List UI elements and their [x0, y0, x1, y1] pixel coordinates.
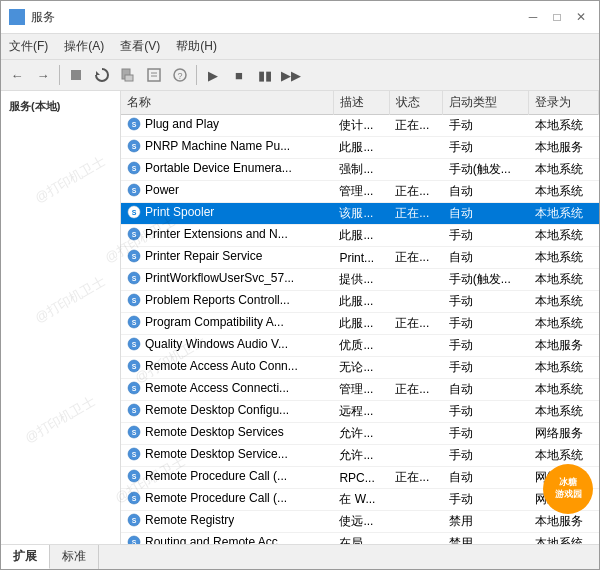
table-row[interactable]: S Remote Access Auto Conn... 无论...手动本地系统: [121, 357, 599, 379]
table-row[interactable]: S Power 管理...正在...自动本地系统: [121, 181, 599, 203]
cell-desc: 该服...: [333, 203, 389, 225]
properties-button[interactable]: [142, 63, 166, 87]
cell-status: 正在...: [389, 181, 442, 203]
table-row[interactable]: S Plug and Play 使计...正在...手动本地系统: [121, 115, 599, 137]
col-name[interactable]: 名称: [121, 91, 333, 115]
cell-name: S PrintWorkflowUserSvc_57...: [121, 269, 333, 291]
menu-view[interactable]: 查看(V): [112, 36, 168, 57]
play-button[interactable]: ▶: [201, 63, 225, 87]
col-desc[interactable]: 描述: [333, 91, 389, 115]
service-icon: S: [127, 535, 141, 544]
export-button[interactable]: [116, 63, 140, 87]
col-status[interactable]: 状态: [389, 91, 442, 115]
table-row[interactable]: S Routing and Remote Acc... 在局...禁用本地系统: [121, 533, 599, 545]
title-bar: 服务 ─ □ ✕: [1, 1, 599, 34]
service-icon: S: [127, 205, 141, 219]
back-button[interactable]: ←: [5, 63, 29, 87]
cell-startup: 手动: [443, 423, 529, 445]
table-row[interactable]: S Printer Repair Service Print...正在...自动…: [121, 247, 599, 269]
refresh-button[interactable]: [90, 63, 114, 87]
sidebar-title: 服务(本地): [9, 99, 112, 114]
col-startup[interactable]: 启动类型: [443, 91, 529, 115]
table-header-row: 名称 描述 状态 启动类型 登录为: [121, 91, 599, 115]
service-icon: S: [127, 381, 141, 395]
cell-status: 正在...: [389, 467, 442, 489]
svg-rect-1: [18, 11, 23, 16]
menu-file[interactable]: 文件(F): [1, 36, 56, 57]
cell-name: S Remote Procedure Call (...: [121, 467, 333, 489]
table-row[interactable]: S Remote Procedure Call (... RPC...正在...…: [121, 467, 599, 489]
menu-help[interactable]: 帮助(H): [168, 36, 225, 57]
forward-button[interactable]: →: [31, 63, 55, 87]
cell-status: [389, 159, 442, 181]
table-container[interactable]: 名称 描述 状态 启动类型 登录为 S Plug and: [121, 91, 599, 544]
cell-login: 本地系统: [529, 159, 599, 181]
service-icon: S: [127, 227, 141, 241]
table-row[interactable]: S PNRP Machine Name Pu... 此服...手动本地服务: [121, 137, 599, 159]
service-icon: S: [127, 491, 141, 505]
service-icon: S: [127, 337, 141, 351]
table-row[interactable]: S Quality Windows Audio V... 优质...手动本地服务: [121, 335, 599, 357]
table-row[interactable]: S Remote Access Connecti... 管理...正在...自动…: [121, 379, 599, 401]
cell-status: [389, 445, 442, 467]
svg-text:S: S: [132, 539, 137, 544]
cell-login: 网络服务: [529, 423, 599, 445]
pause-button[interactable]: ▮▮: [253, 63, 277, 87]
row-icon-name: S Printer Repair Service: [127, 249, 262, 263]
table-row[interactable]: S Problem Reports Controll... 此服...手动本地系…: [121, 291, 599, 313]
table-row[interactable]: S Remote Registry 使远...禁用本地服务: [121, 511, 599, 533]
row-icon-name: S Power: [127, 183, 179, 197]
cell-status: 正在...: [389, 379, 442, 401]
table-row[interactable]: S Printer Extensions and N... 此服...手动本地系…: [121, 225, 599, 247]
cell-status: [389, 533, 442, 545]
tab-extended[interactable]: 扩展: [1, 545, 50, 569]
cell-login: 本地系统: [529, 357, 599, 379]
stop-button[interactable]: ■: [227, 63, 251, 87]
maximize-button[interactable]: □: [547, 7, 567, 27]
tab-standard[interactable]: 标准: [50, 545, 99, 569]
row-icon-name: S Routing and Remote Acc...: [127, 535, 288, 544]
cell-startup: 自动: [443, 181, 529, 203]
table-row[interactable]: S Remote Procedure Call (... 在 W...手动网络服…: [121, 489, 599, 511]
service-icon: S: [127, 161, 141, 175]
cell-desc: 优质...: [333, 335, 389, 357]
cell-startup: 手动: [443, 313, 529, 335]
table-row[interactable]: S Remote Desktop Services 允许...手动网络服务: [121, 423, 599, 445]
col-login[interactable]: 登录为: [529, 91, 599, 115]
table-row[interactable]: S Remote Desktop Service... 允许...手动本地系统: [121, 445, 599, 467]
cell-name: S Remote Procedure Call (...: [121, 489, 333, 511]
cell-desc: 在局...: [333, 533, 389, 545]
table-row[interactable]: S Print Spooler 该服...正在...自动本地系统: [121, 203, 599, 225]
table-row[interactable]: S Program Compatibility A... 此服...正在...手…: [121, 313, 599, 335]
help-button[interactable]: ?: [168, 63, 192, 87]
cell-login: 本地系统: [529, 269, 599, 291]
cell-status: [389, 511, 442, 533]
svg-text:S: S: [132, 429, 137, 436]
window-icon: [9, 9, 25, 25]
close-button[interactable]: ✕: [571, 7, 591, 27]
table-row[interactable]: S Remote Desktop Configu... 远程...手动本地系统: [121, 401, 599, 423]
svg-text:S: S: [132, 121, 137, 128]
table-row[interactable]: S PrintWorkflowUserSvc_57... 提供...手动(触发.…: [121, 269, 599, 291]
cell-login: 本地系统: [529, 313, 599, 335]
row-icon-name: S Remote Desktop Configu...: [127, 403, 289, 417]
cell-startup: 手动(触发...: [443, 269, 529, 291]
menu-action[interactable]: 操作(A): [56, 36, 112, 57]
cell-desc: 使远...: [333, 511, 389, 533]
service-icon: S: [127, 447, 141, 461]
svg-text:S: S: [132, 143, 137, 150]
restart-button[interactable]: ▶▶: [279, 63, 303, 87]
service-icon: S: [127, 271, 141, 285]
row-icon-name: S PrintWorkflowUserSvc_57...: [127, 271, 294, 285]
row-icon-name: S Remote Desktop Service...: [127, 447, 288, 461]
service-icon: S: [127, 249, 141, 263]
table-row[interactable]: S Portable Device Enumera... 强制...手动(触发.…: [121, 159, 599, 181]
minimize-button[interactable]: ─: [523, 7, 543, 27]
cell-name: S PNRP Machine Name Pu...: [121, 137, 333, 159]
svg-rect-0: [11, 11, 16, 16]
up-button[interactable]: [64, 63, 88, 87]
svg-text:S: S: [132, 253, 137, 260]
cell-startup: 手动: [443, 357, 529, 379]
corner-logo-text: 冰糖游戏园: [555, 477, 582, 500]
svg-text:S: S: [132, 231, 137, 238]
